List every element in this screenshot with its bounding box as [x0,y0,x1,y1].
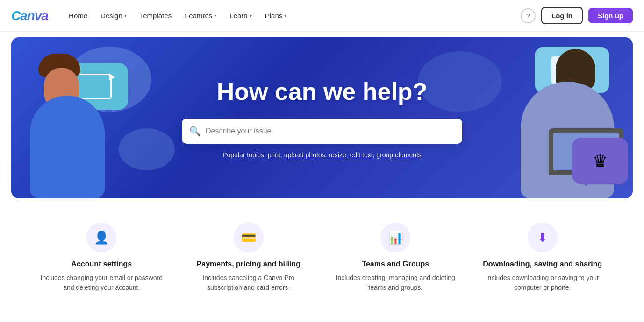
account-settings-icon: 👤 [86,223,116,252]
brand-logo[interactable]: Canva [11,8,48,23]
card-account-settings[interactable]: 👤 Account settings Includes changing you… [28,223,175,293]
card-payments-desc: Includes canceling a Canva Pro subscript… [185,273,313,293]
design-box-icon [74,74,112,99]
teams-icon: 📊 [380,223,410,252]
navbar: Canva Home Design ▾ Templates Features ▾… [0,0,644,32]
nav-design-label: Design [100,12,122,20]
nav-features-label: Features [185,12,212,20]
nav-learn-label: Learn [229,12,247,20]
topic-print[interactable]: print [268,151,280,159]
signup-button[interactable]: Sign up [588,8,633,23]
card-account-desc: Includes changing your email or password… [37,273,166,293]
nav-features[interactable]: Features ▾ [179,8,222,23]
chevron-down-icon: ▾ [284,13,286,18]
topic-edit-text[interactable]: edit text [350,151,373,159]
nav-home[interactable]: Home [63,8,93,23]
nav-plans[interactable]: Plans ▾ [259,8,293,23]
hero-left-illustration: ⬇ [11,37,142,198]
popular-label: Popular topics: [222,151,266,159]
topic-upload-photos[interactable]: upload photos [284,151,325,159]
nav-plans-label: Plans [265,12,283,20]
card-teams[interactable]: 📊 Teams and Groups Includes creating, ma… [322,223,469,293]
credit-card-icon: 💳 [241,231,256,245]
nav-actions: ? Log in Sign up [521,7,633,24]
crown-icon: ♛ [593,151,608,171]
topic-resize[interactable]: resize [329,151,346,159]
nav-home-label: Home [69,12,87,20]
nav-design[interactable]: Design ▾ [95,8,132,23]
hero-content: How can we help? 🔍 Popular topics: print… [172,77,472,159]
help-button[interactable]: ? [521,8,536,23]
person-left: ⬇ [21,49,123,198]
card-account-title: Account settings [71,260,132,268]
groups-icon: 📊 [388,231,403,245]
hero-title: How can we help? [182,77,462,105]
hero-right-illustration: 🖥 ✏ ♛ [483,37,633,198]
chevron-down-icon: ▾ [250,13,252,18]
card-downloading-desc: Includes downloading or saving to your c… [479,273,607,293]
person-left-body [30,96,105,198]
card-teams-desc: Includes creating, managing and deleting… [331,273,460,293]
cards-section: 👤 Account settings Includes changing you… [0,204,644,307]
card-teams-title: Teams and Groups [362,260,429,268]
card-payments-title: Payments, pricing and billing [197,260,301,268]
card-downloading-title: Downloading, saving and sharing [483,260,602,268]
person-icon: 👤 [94,231,109,245]
search-input[interactable] [206,127,455,135]
card-downloading[interactable]: ⬇ Downloading, saving and sharing Includ… [469,223,616,293]
download-icon: ⬇ [537,231,548,245]
search-icon: 🔍 [189,126,201,137]
login-button[interactable]: Log in [541,7,583,24]
nav-links: Home Design ▾ Templates Features ▾ Learn… [63,8,521,23]
nav-templates-label: Templates [140,12,172,20]
chevron-down-icon: ▾ [214,13,216,18]
card-payments[interactable]: 💳 Payments, pricing and billing Includes… [175,223,322,293]
topic-group-elements[interactable]: group elements [376,151,422,159]
nav-learn[interactable]: Learn ▾ [224,8,257,23]
downloading-icon: ⬇ [528,223,558,252]
nav-templates[interactable]: Templates [134,8,177,23]
payments-icon: 💳 [234,223,264,252]
question-mark-icon: ? [526,12,530,20]
crown-bubble: ♛ [572,138,628,184]
chevron-down-icon: ▾ [124,13,127,18]
popular-topics: Popular topics: print, upload photos, re… [182,151,462,159]
search-bar: 🔍 [182,119,462,144]
hero-section: ⬇ 🖥 ✏ ♛ How can we help? 🔍 Popular topic… [11,37,633,198]
